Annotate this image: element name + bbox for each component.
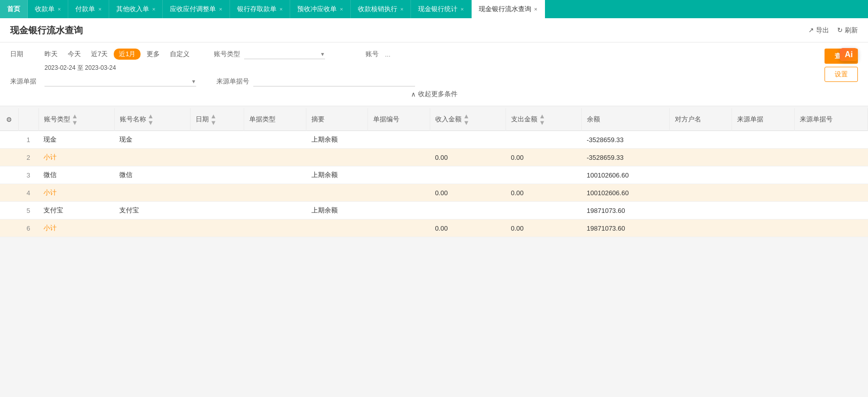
table-row[interactable]: 3微信微信上期余额100102606.60 (0, 166, 868, 184)
date-options: 昨天 今天 近7天 近1月 更多 自定义 (40, 49, 194, 60)
date-label: 日期 (10, 50, 40, 59)
nav-qitashouru[interactable]: 其他收入单 × (109, 0, 163, 18)
th-expense[interactable]: 支出金额 ▲▼ (506, 108, 581, 131)
source-doc-select[interactable] (44, 76, 196, 86)
source-doc-label: 来源单据 (10, 77, 40, 86)
export-icon: ↗ (808, 26, 814, 34)
account-type-label: 账号类型 (214, 50, 240, 59)
page-title: 现金银行流水查询 (10, 24, 83, 36)
source-doc-no-group: 来源单据号 (216, 76, 415, 86)
gear-icon: ⚙ (6, 116, 12, 123)
cell-account-type: 小计 (38, 184, 114, 202)
account-type-select[interactable] (244, 49, 325, 59)
account-label: 账号 (366, 50, 379, 59)
top-nav: 首页 收款单 × 付款单 × 其他收入单 × 应收应付调整单 × 银行存取款单 … (0, 0, 868, 18)
source-doc-no-input[interactable] (253, 76, 415, 86)
date-today[interactable]: 今天 (64, 49, 85, 60)
close-icon[interactable]: × (58, 6, 61, 12)
nav-xianjinyinhang-active[interactable]: 现金银行流水查询 × (472, 0, 545, 18)
table-row[interactable]: 2小计0.000.00-3528659.33 (0, 149, 868, 166)
date-more[interactable]: 更多 (143, 49, 164, 60)
nav-xianjinyinhangtongji[interactable]: 现金银行统计 × (411, 0, 471, 18)
th-account-type[interactable]: 账号类型 ▲▼ (38, 108, 114, 131)
sort-icon: ▲▼ (72, 113, 78, 126)
th-source-doc-no[interactable]: 来源单据号 (794, 108, 867, 131)
collapse-label: 收起更多条件 (418, 90, 458, 99)
source-doc-select-wrapper: ▾ (44, 76, 196, 86)
cell-account-type[interactable]: 微信 (38, 166, 114, 184)
filter-area: 日期 昨天 今天 近7天 近1月 更多 自定义 账号类型 ▾ (0, 42, 868, 106)
nav-yinhangcunqu[interactable]: 银行存取款单 × (230, 0, 290, 18)
close-icon[interactable]: × (98, 6, 101, 12)
close-icon[interactable]: × (219, 6, 222, 12)
th-date[interactable]: 日期 ▲▼ (190, 108, 244, 131)
close-icon[interactable]: × (461, 6, 464, 12)
refresh-button[interactable]: ↻ 刷新 (837, 26, 858, 35)
account-dots[interactable]: ... (385, 51, 390, 58)
nav-fukuandan[interactable]: 付款单 × (68, 0, 109, 18)
table-body: 1现金现金上期余额-3528659.332小计0.000.00-3528659.… (0, 131, 868, 237)
sort-icon: ▲▼ (210, 113, 217, 126)
source-doc-no-label: 来源单据号 (216, 77, 249, 86)
cell-account-type: 小计 (38, 219, 114, 237)
th-income[interactable]: 收入金额 ▲▼ (430, 108, 506, 131)
cell-account-type[interactable]: 现金 (38, 131, 114, 149)
date-7days[interactable]: 近7天 (87, 49, 112, 60)
nav-yushouchong[interactable]: 预收冲应收单 × (290, 0, 350, 18)
filter-row-2: 来源单据 ▾ 来源单据号 (10, 76, 825, 86)
th-counterpart[interactable]: 对方户名 (670, 108, 732, 131)
collapse-bar[interactable]: ∧ 收起更多条件 (10, 86, 858, 100)
table-row[interactable]: 6小计0.000.0019871073.60 (0, 219, 868, 237)
close-icon[interactable]: × (152, 6, 155, 12)
table-area: ⚙ 账号类型 ▲▼ 账号名称 ▲▼ 日期 (0, 108, 868, 237)
th-doc-no[interactable]: 单据编号 (368, 108, 430, 131)
account-type-select-wrapper: ▾ (244, 49, 325, 59)
nav-shoukuandan[interactable]: 收款单 × (28, 0, 68, 18)
data-table: ⚙ 账号类型 ▲▼ 账号名称 ▲▼ 日期 (0, 108, 868, 237)
table-row[interactable]: 1现金现金上期余额-3528659.33 (0, 131, 868, 149)
nav-home[interactable]: 首页 (0, 0, 28, 18)
sort-icon: ▲▼ (463, 113, 470, 126)
th-gear[interactable]: ⚙ (0, 108, 18, 131)
refresh-icon: ↻ (837, 26, 843, 34)
th-account-name[interactable]: 账号名称 ▲▼ (114, 108, 190, 131)
close-icon[interactable]: × (534, 6, 537, 12)
account-group: 账号 ... (366, 50, 390, 59)
sort-icon: ▲▼ (539, 113, 545, 126)
date-range-display: 2023-02-24 至 2023-03-24 (44, 64, 116, 71)
table-row[interactable]: 4小计0.000.00100102606.60 (0, 184, 868, 202)
table-header-row: ⚙ 账号类型 ▲▼ 账号名称 ▲▼ 日期 (0, 108, 868, 131)
date-yesterday[interactable]: 昨天 (40, 49, 62, 60)
date-1month[interactable]: 近1月 (114, 49, 141, 60)
header-actions: ↗ 导出 ↻ 刷新 (808, 26, 858, 35)
sort-icon: ▲▼ (148, 113, 154, 126)
nav-yingshouyingfu[interactable]: 应收应付调整单 × (163, 0, 230, 18)
th-summary[interactable]: 摘要 (306, 108, 368, 131)
export-button[interactable]: ↗ 导出 (808, 26, 829, 35)
date-custom[interactable]: 自定义 (166, 49, 194, 60)
close-icon[interactable]: × (340, 6, 343, 12)
ai-badge[interactable]: Ai (840, 48, 858, 61)
settings-button[interactable]: 设置 (825, 67, 858, 82)
collapse-icon: ∧ (411, 91, 416, 98)
filter-row-1: 日期 昨天 今天 近7天 近1月 更多 自定义 账号类型 ▾ (10, 49, 825, 60)
source-doc-group: 来源单据 ▾ (10, 76, 196, 86)
close-icon[interactable]: × (280, 6, 283, 12)
account-type-group: 账号类型 ▾ (214, 49, 325, 59)
cell-account-type: 小计 (38, 149, 114, 166)
th-index (18, 108, 38, 131)
cell-account-type[interactable]: 支付宝 (38, 202, 114, 219)
nav-shoukuanhexiao[interactable]: 收款核销执行 × (351, 0, 411, 18)
th-doc-type[interactable]: 单据类型 (244, 108, 306, 131)
page-header: 现金银行流水查询 ↗ 导出 ↻ 刷新 (0, 18, 868, 42)
close-icon[interactable]: × (400, 6, 403, 12)
th-source-doc[interactable]: 来源单据 (732, 108, 794, 131)
th-balance[interactable]: 余额 (582, 108, 670, 131)
table-row[interactable]: 5支付宝支付宝上期余额19871073.60 (0, 202, 868, 219)
